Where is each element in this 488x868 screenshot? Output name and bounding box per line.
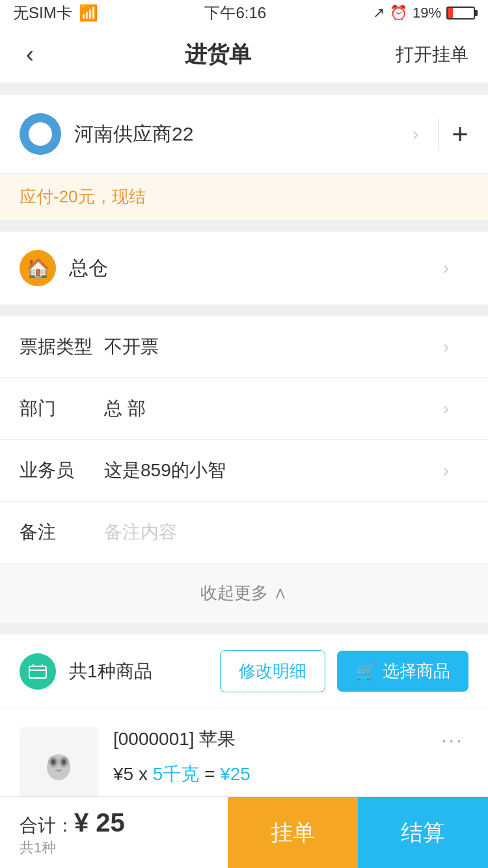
salesperson-label: 业务员 [20,458,104,483]
salesperson-chevron-icon: › [443,460,449,481]
hang-button[interactable]: 挂单 [228,797,358,868]
ticket-type-label: 票据类型 [20,334,104,359]
add-supplier-button[interactable]: + [452,118,468,150]
bottom-bar: 合计： ¥ 25 共1种 挂单 结算 [0,796,488,868]
supplier-section: 河南供应商22 › + 应付-20元，现结 [0,95,488,220]
section-gap-4 [0,623,488,634]
checkout-button[interactable]: 结算 [358,797,488,868]
battery-icon [446,7,475,20]
dept-chevron-icon: › [443,398,449,419]
ticket-type-row[interactable]: 票据类型 不开票 › [0,316,488,378]
remark-row[interactable]: 备注 备注内容 [0,502,488,563]
warehouse-row[interactable]: 🏠 总仓 › [0,232,488,305]
wifi-icon: 📶 [79,4,98,22]
location-icon: ↗ [373,5,385,21]
price-value: ¥5 x [113,764,153,784]
collapse-label: 收起更多 ∧ [200,583,287,603]
battery-text: 19% [413,5,441,21]
warehouse-icon: 🏠 [20,250,56,286]
edit-detail-button[interactable]: 修改明细 [220,650,325,692]
status-bar: 无SIM卡 📶 下午6:16 ↗ ⏰ 19% [0,0,488,26]
chevron-right-icon: › [413,124,418,144]
equals-sign: = [204,764,220,784]
salesperson-row[interactable]: 业务员 这是859的小智 › [0,440,488,502]
product-name: [0000001] 苹果 [113,727,436,752]
supplier-avatar [20,113,61,155]
total-label: 合计： [20,813,74,838]
products-count: 共1种商品 [69,659,220,684]
supplier-name[interactable]: 河南供应商22 [74,121,413,148]
ticket-type-value: 不开票 [104,334,443,359]
page-title: 进货单 [185,40,251,70]
nav-bar: ‹ 进货单 打开挂单 [0,26,488,83]
form-section: 票据类型 不开票 › 部门 总 部 › 业务员 这是859的小智 › 备注 备注… [0,316,488,563]
section-gap-3 [0,305,488,316]
products-icon [20,653,56,690]
dept-value: 总 部 [104,396,443,421]
status-time: 下午6:16 [204,3,266,23]
svg-point-7 [62,760,66,765]
vertical-divider [438,118,439,150]
svg-point-6 [51,760,55,765]
qty-value: 5千克 [153,764,200,784]
total-value: ¥25 [220,764,251,784]
remark-label: 备注 [20,520,104,545]
product-title: 苹果 [199,729,236,749]
total-amount: ¥ 25 [74,808,125,837]
dept-row[interactable]: 部门 总 部 › [0,378,488,440]
dept-label: 部门 [20,396,104,421]
remark-input[interactable]: 备注内容 [104,520,468,545]
cart-icon: 🛒 [355,661,376,681]
avatar-inner [29,122,52,146]
warehouse-chevron-icon: › [443,258,449,278]
status-left: 无SIM卡 📶 [13,3,98,23]
alarm-icon: ⏰ [390,5,407,21]
product-menu-button[interactable]: ··· [436,727,468,752]
product-price: ¥5 x 5千克 = ¥25 [113,762,436,787]
ticket-chevron-icon: › [443,336,449,357]
warehouse-name: 总仓 [69,255,443,282]
salesperson-value: 这是859的小智 [104,458,443,483]
signal-text: 无SIM卡 [13,3,72,23]
status-right: ↗ ⏰ 19% [373,5,475,21]
warehouse-section: 🏠 总仓 › [0,232,488,305]
section-gap-2 [0,220,488,232]
total-count: 共1种 [20,838,208,858]
product-code: [0000001] [113,729,199,749]
back-button[interactable]: ‹ [20,34,40,75]
total-section: 合计： ¥ 25 共1种 [0,797,228,868]
product-info: [0000001] 苹果 ¥5 x 5千克 = ¥25 [113,727,436,787]
svg-rect-0 [29,666,46,678]
product-thumbnail [20,727,98,805]
select-product-button[interactable]: 🛒 选择商品 [337,651,468,692]
supplier-row: 河南供应商22 › + [0,95,488,174]
section-gap-1 [0,83,488,95]
select-product-label: 选择商品 [383,660,450,683]
products-header: 共1种商品 修改明细 🛒 选择商品 [0,634,488,709]
collapse-bar[interactable]: 收起更多 ∧ [0,563,488,623]
open-hang-button[interactable]: 打开挂单 [396,42,468,67]
notice-text: 应付-20元，现结 [20,187,146,206]
notice-bar: 应付-20元，现结 [0,174,488,220]
